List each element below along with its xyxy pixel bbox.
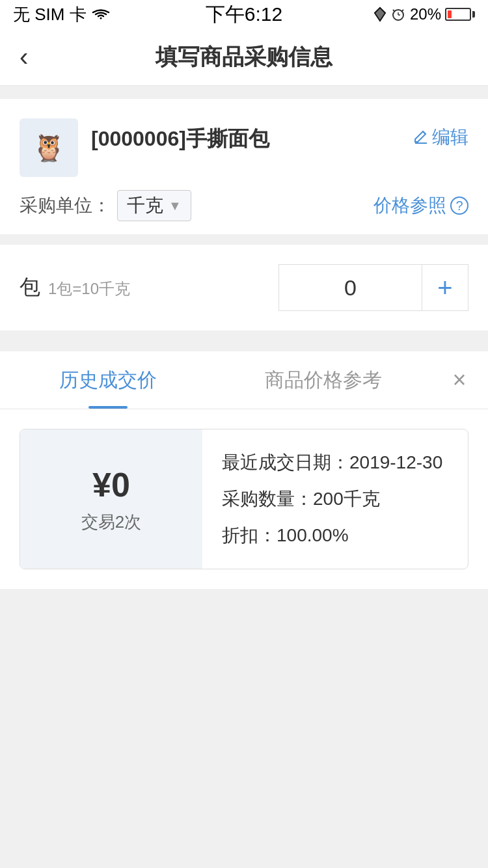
tab-history-label: 历史成交价: [59, 367, 157, 394]
battery-icon: [445, 8, 475, 21]
quantity-label: 包 1包=10千克: [20, 273, 130, 302]
history-date-label: 最近成交日期：: [222, 452, 349, 472]
edit-button[interactable]: 编辑: [413, 118, 468, 150]
svg-line-3: [393, 10, 395, 12]
quantity-row: 包 1包=10千克 +: [0, 245, 488, 331]
alarm-icon: [390, 7, 406, 22]
tab-price-reference[interactable]: 商品价格参考: [215, 351, 431, 409]
tab-bar: 历史成交价 商品价格参考 ×: [0, 351, 488, 409]
price-ref-label: 价格参照: [373, 193, 446, 218]
section-divider-2: [0, 331, 488, 341]
page-title: 填写商品采购信息: [156, 42, 332, 72]
price-reference-button[interactable]: 价格参照 ?: [373, 193, 468, 218]
history-price-block: ¥0 交易2次: [20, 429, 202, 569]
quantity-input[interactable]: [278, 264, 422, 311]
status-time: 下午6:12: [206, 1, 282, 28]
tab-active-indicator: [88, 406, 128, 409]
history-price: ¥0: [92, 465, 130, 504]
unit-label: 采购单位：: [20, 193, 111, 218]
status-left: 无 SIM 卡: [13, 3, 110, 26]
history-date-value: 2019-12-30: [349, 452, 442, 472]
history-discount-label: 折扣：: [222, 525, 277, 545]
history-section: ¥0 交易2次 最近成交日期：2019-12-30 采购数量：200千克 折扣：…: [0, 409, 488, 589]
svg-line-4: [401, 10, 403, 12]
location-icon: [373, 7, 386, 22]
quantity-input-group: +: [278, 264, 468, 311]
back-button[interactable]: ‹: [20, 36, 34, 78]
history-card: ¥0 交易2次 最近成交日期：2019-12-30 采购数量：200千克 折扣：…: [20, 429, 468, 569]
product-left: 🦉 [0000006]手撕面包: [20, 118, 269, 177]
history-quantity-value: 200千克: [313, 489, 380, 509]
tab-price-ref-label: 商品价格参考: [265, 367, 382, 394]
history-date-row: 最近成交日期：2019-12-30: [222, 449, 448, 476]
history-trades: 交易2次: [81, 511, 141, 534]
history-quantity-row: 采购数量：200千克: [222, 485, 448, 513]
tab-history-price[interactable]: 历史成交价: [0, 351, 215, 409]
battery-text: 20%: [410, 5, 441, 23]
product-unit-row: 采购单位： 千克 ▼ 价格参照 ?: [20, 190, 468, 221]
unit-select[interactable]: 千克 ▼: [117, 190, 191, 221]
history-discount-row: 折扣：100.00%: [222, 522, 448, 549]
status-bar: 无 SIM 卡 下午6:12 20%: [0, 0, 488, 29]
unit-value: 千克: [127, 193, 163, 218]
history-discount-value: 100.00%: [277, 525, 349, 545]
quantity-conversion: 1包=10千克: [48, 278, 130, 299]
nav-bar: ‹ 填写商品采购信息: [0, 29, 488, 86]
section-divider: [0, 234, 488, 245]
main-content: [0, 589, 488, 868]
quantity-unit: 包: [20, 273, 40, 302]
history-quantity-label: 采购数量：: [222, 489, 313, 509]
edit-icon: [413, 129, 429, 146]
price-ref-icon: ?: [450, 197, 468, 215]
status-right: 20%: [373, 5, 475, 23]
product-thumbnail: 🦉: [20, 118, 78, 177]
tab-close-button[interactable]: ×: [431, 351, 488, 409]
unit-dropdown-icon: ▼: [169, 198, 182, 213]
product-card: 🦉 [0000006]手撕面包 编辑 采购单位： 千克 ▼ 价格参照 ?: [0, 99, 488, 234]
product-logo-icon: 🦉: [33, 133, 65, 163]
edit-label: 编辑: [432, 125, 468, 150]
carrier-text: 无 SIM 卡: [13, 3, 87, 26]
quantity-plus-button[interactable]: +: [422, 264, 468, 311]
wifi-icon: [92, 8, 110, 21]
history-detail-block: 最近成交日期：2019-12-30 采购数量：200千克 折扣：100.00%: [202, 429, 468, 569]
product-name: [0000006]手撕面包: [91, 118, 269, 154]
product-header: 🦉 [0000006]手撕面包 编辑: [20, 118, 468, 177]
